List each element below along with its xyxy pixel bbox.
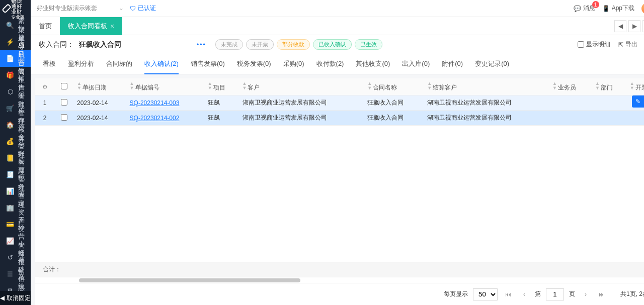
- prev-page-button[interactable]: ‹: [519, 289, 530, 300]
- subtab-合同标的[interactable]: 合同标的: [106, 54, 132, 74]
- export-button[interactable]: ⇱ 导出: [618, 40, 637, 49]
- column-header-客户[interactable]: ▲▼客户: [238, 78, 364, 95]
- nav-icon: 📈: [6, 237, 14, 245]
- nav-icon: ☰: [6, 270, 14, 278]
- sidebar-item-工资[interactable]: 💳工资: [0, 216, 31, 233]
- column-header-结算客户[interactable]: ▲▼结算客户: [423, 78, 548, 95]
- messages-button[interactable]: 💬 消息 1: [574, 4, 595, 13]
- sidebar-item-资金管理[interactable]: 💰资金管理: [0, 133, 31, 150]
- edit-icon: ✎: [635, 98, 640, 105]
- row-checkbox[interactable]: [61, 114, 67, 121]
- unpin-button[interactable]: ◀ 取消固定: [0, 291, 31, 305]
- sidebar-item-搜素菜单[interactable]: 🔍搜素菜单: [0, 17, 31, 34]
- sort-icon: ▲▼: [367, 81, 372, 90]
- cell-contract: 狂飙收入合同: [363, 95, 423, 111]
- scrollbar-thumb[interactable]: [79, 278, 300, 282]
- show-detail-toggle[interactable]: 显示明细: [578, 40, 610, 49]
- per-page-select[interactable]: 50: [473, 288, 498, 300]
- sidebar-item-系统管理[interactable]: ⚙系统管理: [0, 282, 31, 291]
- sidebar-item-采购管理[interactable]: 🛒采购管理: [0, 100, 31, 117]
- sidebar-item-发票管理[interactable]: 🧾发票管理: [0, 166, 31, 183]
- more-icon[interactable]: •••: [197, 41, 206, 48]
- logo-icon: [2, 4, 12, 14]
- subtab-附件(0)[interactable]: 附件(0): [442, 54, 463, 74]
- tabs-bar: 首页收入合同看板× ◀ ▶ ✕ ⛶: [31, 17, 644, 35]
- sidebar-item-固定资产[interactable]: 🏢固定资产: [0, 199, 31, 216]
- table-row[interactable]: 12023-02-14SQ-20230214-003狂飙湖南卫视商业运营发展有限…: [35, 95, 644, 111]
- subtab-出入库(0)[interactable]: 出入库(0): [402, 54, 430, 74]
- cell-project: 狂飙: [204, 95, 238, 111]
- subtab-变更记录(0)[interactable]: 变更记录(0): [475, 54, 509, 74]
- subtab-盈利分析[interactable]: 盈利分析: [68, 54, 94, 74]
- cell-date: 2023-02-14: [73, 95, 126, 111]
- tab-label: 收入合同看板: [68, 22, 107, 31]
- subtab-收付款(2)[interactable]: 收付款(2): [316, 54, 344, 74]
- subtab-采购(0)[interactable]: 采购(0): [283, 54, 304, 74]
- column-header-业务员[interactable]: ▲▼业务员: [548, 78, 591, 95]
- last-page-button[interactable]: ⏭: [596, 289, 607, 300]
- status-pills: 未完成未开票部分收款已收入确认已生效: [215, 39, 382, 50]
- tabs-prev-button[interactable]: ◀: [614, 20, 626, 32]
- contract-name: 狂飙收入合同: [79, 40, 121, 49]
- sidebar-item-基础信息[interactable]: ☰基础信息: [0, 266, 31, 282]
- right-drawer-toggle[interactable]: ✎: [632, 95, 644, 108]
- nav-icon: 🧾: [6, 171, 14, 179]
- main-area: 好业财专业版演示账套 ⌄ 🛡 已认证 💬 消息 1 📱 App下载: [31, 0, 644, 305]
- column-header-单据编号[interactable]: ▲▼单据编号: [126, 78, 204, 95]
- doc-link[interactable]: SQ-20230214-003: [130, 99, 180, 107]
- column-header-项目[interactable]: ▲▼项目: [204, 78, 238, 95]
- next-page-button[interactable]: ›: [580, 289, 591, 300]
- tab-label: 首页: [39, 22, 52, 31]
- sidebar-item-税务管理[interactable]: 📊税务管理: [0, 183, 31, 199]
- sidebar-item-营销推广[interactable]: 🎁营销推广: [0, 67, 31, 83]
- tab-收入合同看板[interactable]: 收入合同看板×: [60, 17, 122, 35]
- column-header-部门[interactable]: ▲▼部门: [591, 78, 626, 95]
- sidebar-item-库存核算[interactable]: 🏠库存核算: [0, 117, 31, 133]
- sidebar-item-小畅报销[interactable]: ↺小畅报销: [0, 249, 31, 266]
- settings-column-header[interactable]: ⚙: [35, 78, 55, 95]
- close-icon[interactable]: ×: [110, 22, 114, 30]
- column-header-合同名称[interactable]: ▲▼合同名称: [363, 78, 423, 95]
- select-all-checkbox[interactable]: [61, 83, 67, 89]
- subtab-收入确认(2)[interactable]: 收入确认(2): [144, 54, 179, 74]
- sidebar-item-快捷导航[interactable]: ⚡快捷导航: [0, 34, 31, 50]
- nav-icon: 📒: [6, 154, 14, 162]
- subtab-税务发票(0)[interactable]: 税务发票(0): [237, 54, 271, 74]
- subtab-销售发票(0)[interactable]: 销售发票(0): [191, 54, 225, 74]
- subtab-其他收支(0)[interactable]: 其他收支(0): [356, 54, 390, 74]
- select-all-header[interactable]: [55, 78, 73, 95]
- message-count-badge: 1: [592, 1, 599, 8]
- sidebar-item-销售管理[interactable]: ⬡销售管理: [0, 83, 31, 100]
- status-pill-未开票: 未开票: [246, 39, 274, 50]
- tab-首页[interactable]: 首页: [31, 17, 60, 35]
- page-input[interactable]: [546, 288, 564, 300]
- nav-icon: 📄: [6, 55, 14, 63]
- table-row[interactable]: 22023-02-14SQ-20230214-002狂飙湖南卫视商业运营发展有限…: [35, 111, 644, 126]
- cell-dept: [591, 111, 626, 126]
- doc-link[interactable]: SQ-20230214-002: [130, 115, 180, 122]
- cell-extra: [626, 111, 644, 126]
- sidebar-item-经营管理[interactable]: 📈经营管理: [0, 233, 31, 249]
- sort-icon: ▲▼: [130, 81, 134, 90]
- subtab-看板[interactable]: 看板: [43, 54, 56, 74]
- cell-sales: [548, 95, 591, 111]
- nav-icon: ⬡: [6, 88, 14, 96]
- tenant-selector[interactable]: 好业财专业版演示账套 ⌄: [37, 4, 124, 13]
- tabs-next-button[interactable]: ▶: [628, 20, 640, 32]
- user-menu[interactable]: 珠珠: [641, 3, 644, 14]
- column-header-单据日期[interactable]: ▲▼单据日期: [73, 78, 126, 95]
- sidebar: 畅捷通好业财 专业版 🔍搜素菜单⚡快捷导航📄项目合同🎁营销推广⬡销售管理🛒采购管…: [0, 0, 31, 305]
- sidebar-item-总账管理[interactable]: 📒总账管理: [0, 150, 31, 166]
- show-detail-checkbox[interactable]: [578, 41, 584, 48]
- row-checkbox[interactable]: [61, 99, 67, 106]
- chevron-down-icon: ⌄: [119, 5, 124, 12]
- app-download-button[interactable]: 📱 App下载: [602, 4, 634, 13]
- horizontal-scrollbar[interactable]: [39, 277, 644, 283]
- sidebar-item-项目合同[interactable]: 📄项目合同: [0, 50, 31, 67]
- column-header-开票日[interactable]: ▲▼开票日: [626, 78, 644, 95]
- export-icon: ⇱: [618, 41, 623, 48]
- pagination-summary: 共1页, 2条记录: [620, 290, 644, 298]
- sort-icon: ▲▼: [243, 81, 247, 90]
- nav-icon: 🔍: [6, 22, 14, 30]
- first-page-button[interactable]: ⏮: [503, 289, 514, 300]
